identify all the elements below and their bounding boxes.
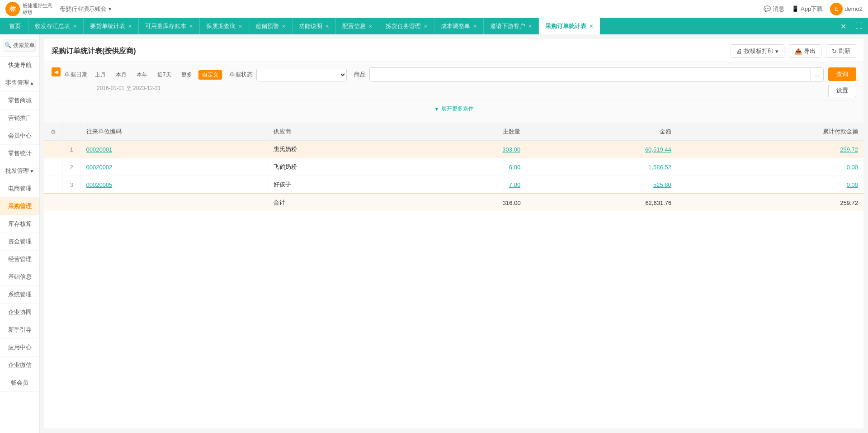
close-function-desc-icon[interactable]: ✕ bbox=[325, 24, 329, 29]
refresh-button[interactable]: ↻ 刷新 bbox=[826, 44, 856, 58]
tabs-close-icon[interactable]: ✕ bbox=[837, 20, 850, 33]
sidebar-item-enterprise-coop[interactable]: 企业协同 bbox=[0, 304, 39, 321]
sidebar-item-finance[interactable]: 资金管理 bbox=[0, 233, 39, 251]
sidebar-item-basic-info[interactable]: 基础信息 bbox=[0, 268, 39, 286]
tab-order-summary[interactable]: 要货单统计表 ✕ bbox=[84, 18, 139, 34]
sidebar-item-wholesale[interactable]: 批发管理 ▼ bbox=[0, 162, 39, 180]
goods-input[interactable] bbox=[370, 68, 810, 81]
sidebar-item-purchase[interactable]: 采购管理 bbox=[0, 198, 39, 215]
shortcut-this-month[interactable]: 本月 bbox=[112, 70, 130, 80]
col-settings[interactable]: ⚙ bbox=[44, 123, 62, 141]
row3-paid-amount-link[interactable]: 0.00 bbox=[847, 181, 858, 188]
col-row-num bbox=[62, 123, 80, 141]
shortcut-more[interactable]: 更多 bbox=[178, 70, 196, 80]
shortcut-last-month[interactable]: 上月 bbox=[91, 70, 109, 80]
close-pick-task-icon[interactable]: ✕ bbox=[424, 24, 428, 29]
tab-receive-dispatch[interactable]: 收发存汇总表 ✕ bbox=[28, 18, 84, 34]
sidebar-item-retail-stats[interactable]: 零售统计 bbox=[0, 145, 39, 162]
date-filter-label: 单据日期 bbox=[64, 71, 88, 79]
row1-unit-code: 00020001 bbox=[80, 141, 268, 158]
row1-unit-code-link[interactable]: 00020001 bbox=[86, 146, 113, 153]
row1-amount-link[interactable]: 60,519.44 bbox=[645, 146, 671, 153]
table-row[interactable]: 1 00020001 惠氏奶粉 303.00 60,519.44 bbox=[44, 141, 863, 158]
shortcut-7-days[interactable]: 近7天 bbox=[154, 70, 175, 80]
table-row[interactable]: 2 00020002 飞鹤奶粉 6.00 1,586.52 bbox=[44, 158, 863, 176]
row2-amount-link[interactable]: 1,586.52 bbox=[648, 164, 671, 171]
row3-amount-link[interactable]: 525.80 bbox=[653, 181, 671, 188]
close-cost-adjust-icon[interactable]: ✕ bbox=[473, 24, 477, 29]
sidebar-item-enterprise-wechat[interactable]: 企业微信 bbox=[0, 357, 39, 374]
close-config-info-icon[interactable]: ✕ bbox=[368, 24, 373, 29]
app-download-btn[interactable]: 📱 App下载 bbox=[792, 5, 823, 13]
custom-date-badge[interactable]: 自定义 bbox=[198, 70, 222, 80]
goods-input-more[interactable]: … bbox=[810, 68, 823, 81]
tab-overstock[interactable]: 超储预警 ✕ bbox=[249, 18, 292, 34]
query-button[interactable]: 查询 bbox=[828, 67, 856, 81]
sidebar-item-ecommerce[interactable]: 电商管理 bbox=[0, 180, 39, 198]
tab-function-desc[interactable]: 功能说明 ✕ bbox=[292, 18, 336, 34]
sidebar-item-system[interactable]: 系统管理 bbox=[0, 286, 39, 304]
user-area[interactable]: E demo2 bbox=[830, 3, 863, 15]
close-purchase-summary-icon[interactable]: ✕ bbox=[589, 24, 593, 29]
row2-main-qty-link[interactable]: 6.00 bbox=[509, 164, 520, 171]
close-order-summary-icon[interactable]: ✕ bbox=[128, 24, 132, 29]
tab-order-summary-label: 要货单统计表 bbox=[90, 22, 125, 30]
tab-cost-adjust[interactable]: 成本调整单 ✕ bbox=[434, 18, 484, 34]
sidebar-purchase-label: 采购管理 bbox=[8, 203, 32, 209]
shortcut-this-year[interactable]: 本年 bbox=[133, 70, 151, 80]
row2-paid-amount: 0.00 bbox=[677, 158, 863, 176]
tab-available-stock-label: 可用量库存账本 bbox=[145, 22, 186, 30]
tab-home[interactable]: 首页 bbox=[2, 18, 28, 34]
sidebar-item-retail-store[interactable]: 零售商城 bbox=[0, 92, 39, 109]
tab-available-stock[interactable]: 可用量库存账本 ✕ bbox=[139, 18, 200, 34]
tab-expiry-query[interactable]: 保质期查询 ✕ bbox=[200, 18, 249, 34]
col-paid-amount: 累计付款金额 bbox=[677, 123, 863, 141]
row1-paid-amount-link[interactable]: 259.72 bbox=[840, 146, 858, 153]
tab-invite-customer[interactable]: 邀请下游客户 ✕ bbox=[484, 18, 539, 34]
goods-filter-label: 商品 bbox=[354, 71, 366, 79]
export-button[interactable]: 📤 导出 bbox=[789, 44, 821, 58]
sidebar-item-retail-management[interactable]: 零售管理 ▲ bbox=[0, 74, 39, 92]
search-menu-btn[interactable]: 🔍 搜索菜单 bbox=[4, 39, 36, 52]
tab-pick-task[interactable]: 拣货任务管理 ✕ bbox=[379, 18, 434, 34]
row1-main-qty: 303.00 bbox=[408, 141, 526, 158]
sidebar-item-inventory[interactable]: 库存核算 bbox=[0, 215, 39, 233]
sidebar-item-members[interactable]: 会员中心 bbox=[0, 127, 39, 145]
sidebar-item-new-guide[interactable]: 新手引导 bbox=[0, 321, 39, 339]
message-label: 消息 bbox=[773, 5, 784, 13]
close-invite-customer-icon[interactable]: ✕ bbox=[528, 24, 532, 29]
message-btn[interactable]: 💬 消息 bbox=[764, 5, 784, 13]
row2-unit-code-link[interactable]: 00020002 bbox=[86, 164, 113, 171]
sidebar-item-marketing[interactable]: 营销推广 bbox=[0, 109, 39, 127]
col-main-qty: 主数量 bbox=[408, 123, 526, 141]
row2-paid-amount-link[interactable]: 0.00 bbox=[847, 164, 858, 171]
tab-config-info[interactable]: 配置信息 ✕ bbox=[336, 18, 379, 34]
row3-unit-code-link[interactable]: 00020005 bbox=[86, 181, 113, 188]
print-button[interactable]: 🖨 按模板打印 ▾ bbox=[731, 44, 784, 58]
summary-label bbox=[80, 194, 268, 211]
row1-main-qty-link[interactable]: 303.00 bbox=[502, 146, 520, 153]
sidebar-item-member-plus[interactable]: 畅会员 bbox=[0, 374, 39, 392]
close-expiry-query-icon[interactable]: ✕ bbox=[238, 24, 242, 29]
table-row[interactable]: 3 00020005 好孩子 7.00 525.80 bbox=[44, 176, 863, 194]
close-available-stock-icon[interactable]: ✕ bbox=[189, 24, 193, 29]
tab-purchase-summary[interactable]: 采购订单统计表 ✕ bbox=[539, 18, 600, 34]
page-header: 采购订单统计表(按供应商) 🖨 按模板打印 ▾ 📤 导出 ↻ 刷新 bbox=[44, 39, 863, 62]
sidebar-item-app-center[interactable]: 应用中心 bbox=[0, 339, 39, 357]
summary-main-qty: 316.00 bbox=[408, 194, 526, 211]
close-receive-dispatch-icon[interactable]: ✕ bbox=[73, 24, 77, 29]
close-overstock-icon[interactable]: ✕ bbox=[282, 24, 286, 29]
workspace-selector[interactable]: 母婴行业演示账套 ▾ bbox=[56, 3, 115, 15]
status-select[interactable] bbox=[256, 68, 347, 81]
sidebar-members-label: 会员中心 bbox=[8, 132, 32, 139]
sidebar-item-operations[interactable]: 经营管理 bbox=[0, 251, 39, 268]
tabs-expand-icon[interactable]: ⛶ bbox=[852, 20, 866, 32]
arrow-up-icon: ▲ bbox=[30, 81, 34, 86]
row3-main-qty-link[interactable]: 7.00 bbox=[509, 181, 520, 188]
table-container: ⚙ 往来单位编码 供应商 主数量 金额 累计付款金额 bbox=[44, 123, 863, 211]
sidebar-finance-label: 资金管理 bbox=[8, 238, 32, 245]
filter-collapse-btn[interactable]: ◀ bbox=[52, 67, 61, 76]
expand-more-btn[interactable]: ▼ 展开更多条件 bbox=[431, 102, 476, 115]
settings-button[interactable]: 设置 bbox=[828, 84, 856, 97]
sidebar-item-quick-nav[interactable]: 快捷导航 bbox=[0, 57, 39, 74]
